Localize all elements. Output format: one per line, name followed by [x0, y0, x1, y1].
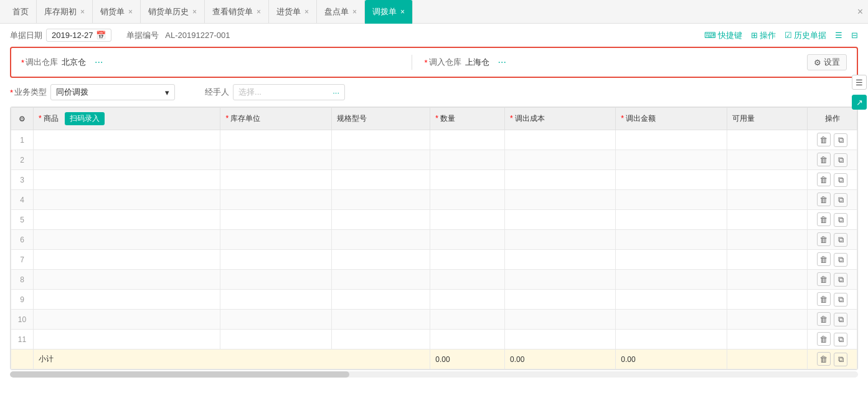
delete-icon[interactable]: 🗑	[817, 173, 831, 186]
row-available[interactable]	[727, 190, 807, 210]
delete-icon[interactable]: 🗑	[817, 252, 831, 266]
warehouse-in-value[interactable]: 上海仓	[465, 57, 489, 68]
row-amount[interactable]	[616, 210, 727, 230]
tab-purchase-order-close[interactable]: ×	[304, 7, 309, 16]
tab-sales-history[interactable]: 销货单历史 ×	[141, 0, 205, 24]
row-cost[interactable]	[505, 310, 616, 330]
horizontal-scrollbar[interactable]	[10, 371, 858, 378]
row-qty[interactable]	[430, 270, 505, 290]
delete-icon[interactable]: 🗑	[817, 153, 831, 166]
row-cost[interactable]	[505, 130, 616, 150]
row-amount[interactable]	[616, 150, 727, 170]
row-amount[interactable]	[616, 310, 727, 330]
scan-btn[interactable]: 扫码录入	[65, 112, 105, 125]
delete-icon[interactable]: 🗑	[817, 193, 831, 206]
row-available[interactable]	[727, 330, 807, 350]
copy-icon[interactable]: ⧉	[834, 293, 847, 307]
row-product[interactable]	[34, 250, 220, 270]
row-unit[interactable]	[220, 170, 331, 190]
layout-btn1[interactable]: ☰	[835, 31, 842, 40]
row-unit[interactable]	[220, 150, 331, 170]
row-cost[interactable]	[505, 150, 616, 170]
row-product[interactable]	[34, 230, 220, 250]
row-available[interactable]	[727, 230, 807, 250]
sidebar-export-icon[interactable]: ↗	[852, 95, 867, 110]
history-btn[interactable]: ☑ 历史单据	[785, 30, 826, 41]
row-unit[interactable]	[220, 310, 331, 330]
row-unit[interactable]	[220, 250, 331, 270]
row-qty[interactable]	[430, 290, 505, 310]
subtotal-copy-icon[interactable]: ⧉	[834, 353, 847, 366]
copy-icon[interactable]: ⧉	[834, 273, 847, 287]
delete-icon[interactable]: 🗑	[817, 312, 831, 326]
table-row[interactable]: 8 🗑 ⧉	[11, 270, 857, 290]
row-product[interactable]	[34, 130, 220, 150]
row-qty[interactable]	[430, 150, 505, 170]
copy-icon[interactable]: ⧉	[834, 173, 847, 187]
scroll-thumb[interactable]	[10, 371, 349, 378]
table-row[interactable]: 7 🗑 ⧉	[11, 250, 857, 270]
tab-inventory-init-close[interactable]: ×	[80, 7, 85, 16]
tab-view-sales[interactable]: 查看销货单 ×	[205, 0, 269, 24]
row-amount[interactable]	[616, 130, 727, 150]
row-unit[interactable]	[220, 290, 331, 310]
delete-icon[interactable]: 🗑	[817, 272, 831, 286]
row-product[interactable]	[34, 150, 220, 170]
copy-icon[interactable]: ⧉	[834, 133, 847, 147]
delete-icon[interactable]: 🗑	[817, 292, 831, 306]
row-available[interactable]	[727, 310, 807, 330]
table-row[interactable]: 9 🗑 ⧉	[11, 290, 857, 310]
table-row[interactable]: 5 🗑 ⧉	[11, 210, 857, 230]
row-qty[interactable]	[430, 230, 505, 250]
tab-inventory-check-close[interactable]: ×	[352, 7, 357, 16]
row-qty[interactable]	[430, 310, 505, 330]
row-qty[interactable]	[430, 170, 505, 190]
subtotal-delete-icon[interactable]: 🗑	[817, 352, 831, 366]
row-qty[interactable]	[430, 250, 505, 270]
row-available[interactable]	[727, 130, 807, 150]
table-row[interactable]: 3 🗑 ⧉	[11, 170, 857, 190]
row-unit[interactable]	[220, 130, 331, 150]
row-spec[interactable]	[331, 150, 430, 170]
row-spec[interactable]	[331, 190, 430, 210]
row-product[interactable]	[34, 210, 220, 230]
tab-transfer[interactable]: 调拨单 ×	[365, 0, 413, 24]
tab-home[interactable]: 首页	[5, 0, 37, 24]
shortcut-btn[interactable]: ⌨ 快捷键	[704, 30, 742, 41]
row-spec[interactable]	[331, 270, 430, 290]
row-cost[interactable]	[505, 250, 616, 270]
row-unit[interactable]	[220, 330, 331, 350]
copy-icon[interactable]: ⧉	[834, 153, 847, 167]
tab-sales-order-close[interactable]: ×	[128, 7, 133, 16]
row-cost[interactable]	[505, 270, 616, 290]
row-qty[interactable]	[430, 210, 505, 230]
row-spec[interactable]	[331, 250, 430, 270]
row-spec[interactable]	[331, 130, 430, 150]
row-cost[interactable]	[505, 170, 616, 190]
business-type-select[interactable]: 同价调拨 ▾	[50, 84, 175, 100]
row-spec[interactable]	[331, 290, 430, 310]
row-amount[interactable]	[616, 170, 727, 190]
row-available[interactable]	[727, 290, 807, 310]
copy-icon[interactable]: ⧉	[834, 213, 847, 227]
sidebar-list-icon[interactable]: ☰	[852, 75, 867, 90]
col-gear[interactable]: ⚙	[11, 108, 34, 130]
tab-inventory-init[interactable]: 库存期初 ×	[37, 0, 93, 24]
row-amount[interactable]	[616, 230, 727, 250]
table-row[interactable]: 10 🗑 ⧉	[11, 310, 857, 330]
row-qty[interactable]	[430, 130, 505, 150]
copy-icon[interactable]: ⧉	[834, 253, 847, 267]
table-row[interactable]: 2 🗑 ⧉	[11, 150, 857, 170]
row-qty[interactable]	[430, 330, 505, 350]
row-product[interactable]	[34, 190, 220, 210]
tab-view-sales-close[interactable]: ×	[257, 7, 261, 16]
row-unit[interactable]	[220, 210, 331, 230]
row-unit[interactable]	[220, 230, 331, 250]
warehouse-out-more-icon[interactable]: ···	[95, 57, 103, 68]
row-qty[interactable]	[430, 190, 505, 210]
row-available[interactable]	[727, 150, 807, 170]
table-row[interactable]: 1 🗑 ⧉	[11, 130, 857, 150]
row-available[interactable]	[727, 210, 807, 230]
table-row[interactable]: 4 🗑 ⧉	[11, 190, 857, 210]
row-product[interactable]	[34, 310, 220, 330]
